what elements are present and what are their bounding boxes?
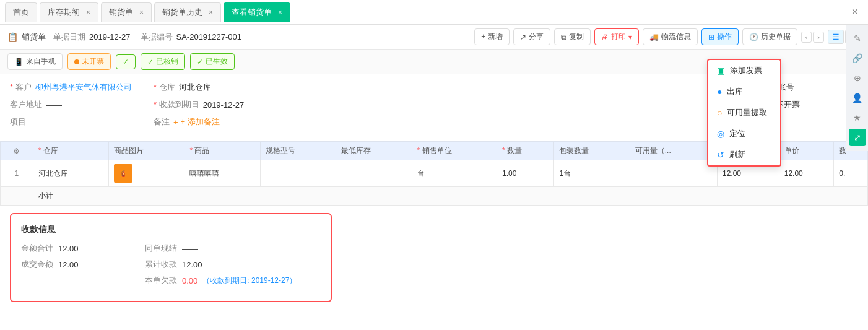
logistics-icon: 🚚 xyxy=(649,33,659,41)
sidebar-user-icon[interactable]: 👤 xyxy=(849,89,866,106)
check-icon: ✓ xyxy=(123,58,129,66)
print-icon: 🖨 xyxy=(601,33,609,41)
row-warehouse-cell: 河北仓库 xyxy=(33,160,108,187)
doc-date-label: 单据日期 xyxy=(53,32,85,43)
tab-sales-history[interactable]: 销货单历史 × xyxy=(154,2,221,22)
project-field: 项目 —— xyxy=(10,116,134,128)
total-amount-item: 金额合计 12.00 xyxy=(21,243,120,254)
add-invoice-menu-item[interactable]: ▣ 添加发票 xyxy=(708,60,780,81)
customer-value[interactable]: 柳州粤港平安气体有限公司 xyxy=(35,82,132,93)
doc-header: 📋 销货单 单据日期 2019-12-27 单据编号 SA-20191227-0… xyxy=(0,25,868,50)
mobile-icon: 📱 xyxy=(14,58,24,66)
tab-home[interactable]: 首页 xyxy=(5,2,37,22)
refresh-icon: ↺ xyxy=(717,150,724,160)
row-unit-price-cell: 12.00 xyxy=(779,160,834,187)
outbound-menu-item[interactable]: ● 出库 xyxy=(708,81,780,102)
warehouse-label: 仓库 xyxy=(154,82,175,93)
tab-sales-order-close[interactable]: × xyxy=(139,8,144,17)
balance-value: 0.00 xyxy=(182,276,197,285)
print-button[interactable]: 🖨 打印 ▾ xyxy=(594,28,639,45)
note-field: 备注 + + 添加备注 xyxy=(154,116,277,128)
add-note-button[interactable]: + + 添加备注 xyxy=(173,116,220,128)
doc-date-field: 单据日期 2019-12-27 xyxy=(53,32,131,43)
due-date-value: 2019-12-27 xyxy=(203,100,245,110)
sidebar-target-icon[interactable]: ⊕ xyxy=(849,69,866,87)
tab-sales-order[interactable]: 销货单 × xyxy=(101,2,152,22)
payment-info-title: 收款信息 xyxy=(21,224,321,235)
sidebar-link-icon[interactable]: 🔗 xyxy=(849,50,866,67)
col-product-img: 商品图片 xyxy=(109,142,184,160)
total-amount-label: 金额合计 xyxy=(21,243,53,254)
col-unit-price: 单价 xyxy=(779,142,834,160)
subtotal-text-cell: 小计 xyxy=(33,187,867,206)
tab-sales-history-close[interactable]: × xyxy=(209,8,213,17)
nav-next-button[interactable]: › xyxy=(813,32,824,43)
from-mobile-button[interactable]: 📱 来自手机 xyxy=(7,53,63,70)
subtotal-row: 小计 xyxy=(1,187,868,206)
logistics-label: 物流信息 xyxy=(661,32,691,42)
cumulative-payment-value: 12.00 xyxy=(182,260,202,269)
sidebar-expand-icon[interactable]: ⤢ xyxy=(849,129,866,146)
total-amount-value: 12.00 xyxy=(58,244,79,253)
effective-button[interactable]: ✓ 已生效 xyxy=(190,53,235,70)
balance-label: 本单欠款 xyxy=(145,275,177,286)
verified-button[interactable]: ✓ 已核销 xyxy=(141,53,185,70)
subtotal-label-cell xyxy=(1,187,33,206)
copy-label: 复制 xyxy=(569,32,584,42)
operations-grid-icon: ⊞ xyxy=(708,33,714,41)
tab-sales-history-label: 销货单历史 xyxy=(162,7,202,18)
col-settings[interactable]: ⚙ xyxy=(1,142,33,160)
same-order-settlement-value: —— xyxy=(182,244,198,253)
outbound-icon: ● xyxy=(717,87,722,97)
nav-arrows: ‹ › xyxy=(801,32,824,43)
nav-prev-button[interactable]: ‹ xyxy=(801,32,812,43)
verified-label: 已核销 xyxy=(156,56,178,67)
locate-icon: ◎ xyxy=(717,129,724,139)
new-button[interactable]: + 新增 xyxy=(474,28,509,45)
doc-type-icon: 📋 xyxy=(7,32,18,42)
tab-home-label: 首页 xyxy=(13,7,29,18)
row-num-cell: 1 xyxy=(1,160,33,187)
tab-sales-order-label: 销货单 xyxy=(109,7,133,18)
copy-button[interactable]: ⧉ 复制 xyxy=(554,28,591,45)
window-close-button[interactable]: × xyxy=(846,3,863,21)
history-button[interactable]: 🕐 历史单据 xyxy=(742,28,797,45)
col-spec: 规格型号 xyxy=(260,142,336,160)
cumulative-payment-item: 累计收款 12.00 xyxy=(145,259,244,270)
not-invoiced-label: 未开票 xyxy=(82,56,104,67)
logistics-button[interactable]: 🚚 物流信息 xyxy=(643,28,698,45)
locate-menu-item[interactable]: ◎ 定位 xyxy=(708,123,780,144)
doc-title: 📋 销货单 xyxy=(7,32,46,43)
view-list-button[interactable]: ☰ xyxy=(828,30,844,44)
row-more-cell: 0. xyxy=(834,160,868,187)
operations-button[interactable]: ⊞ 操作 xyxy=(701,28,739,45)
row-product-cell: 嘻嘻嘻嘻 xyxy=(184,160,260,187)
sidebar-edit-icon[interactable]: ✎ xyxy=(849,30,866,47)
available-fetch-menu-item[interactable]: ○ 可用量提取 xyxy=(708,102,780,123)
outbound-label: 出库 xyxy=(727,86,743,97)
payment-info-row-2: 成交金额 12.00 累计收款 12.00 xyxy=(21,259,321,270)
share-label: 分享 xyxy=(529,32,544,42)
row-quantity-cell: 1.00 xyxy=(497,160,554,187)
warehouse-field: 仓库 河北仓库 xyxy=(154,82,277,93)
sidebar-star-icon[interactable]: ★ xyxy=(849,109,866,126)
tab-view-sales-label: 查看销货单 xyxy=(232,7,272,18)
right-sidebar: ✎ 🔗 ⊕ 👤 ★ ⤢ xyxy=(846,25,868,151)
not-invoiced-button[interactable]: 未开票 xyxy=(67,53,111,70)
doc-date-value: 2019-12-27 xyxy=(89,32,131,41)
effective-label: 已生效 xyxy=(206,56,228,67)
row-product-img-cell: 🧯 xyxy=(109,160,184,187)
tab-view-sales[interactable]: 查看销货单 × xyxy=(224,2,290,22)
col-product: * 商品 xyxy=(184,142,260,160)
address-value: —— xyxy=(46,100,62,110)
tab-inventory-init[interactable]: 库存期初 × xyxy=(40,2,98,22)
add-invoice-label: 添加发票 xyxy=(730,65,762,76)
tab-view-sales-close[interactable]: × xyxy=(278,8,282,17)
balance-detail-item: 本单欠款 0.00 （收款到期日: 2019-12-27） xyxy=(145,275,297,286)
col-pack-qty: 包装数量 xyxy=(554,142,630,160)
check-icon-button[interactable]: ✓ xyxy=(116,54,136,69)
refresh-menu-item[interactable]: ↺ 刷新 xyxy=(708,144,780,165)
tab-inventory-init-close[interactable]: × xyxy=(86,8,90,17)
share-button[interactable]: ↗ 分享 xyxy=(513,28,550,45)
doc-number-label: 单据编号 xyxy=(141,32,173,43)
